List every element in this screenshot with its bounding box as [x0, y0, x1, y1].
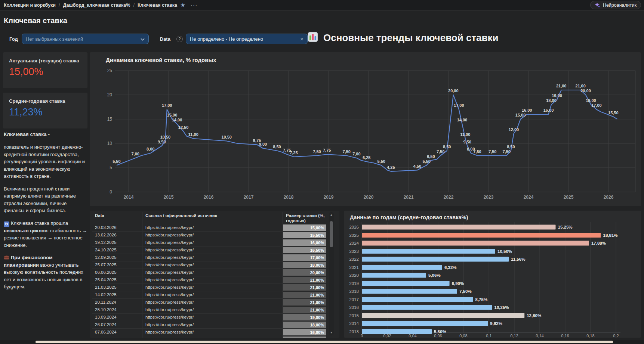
svg-text:12,50: 12,50	[178, 125, 189, 130]
favorite-star-icon[interactable]: ★	[180, 2, 185, 8]
source-link[interactable]: https://cbr.ru/press/keypr/	[142, 329, 283, 336]
svg-text:7,50: 7,50	[342, 149, 350, 154]
svg-text:14,00: 14,00	[457, 118, 468, 122]
filter-bar: Год Нет выбранных значений Data ? Не опр…	[9, 34, 308, 44]
table-scrollbar[interactable]: ▲ ▼	[329, 212, 334, 335]
scroll-down-icon[interactable]: ▼	[329, 331, 334, 334]
data-range-input[interactable]: Не определено - Не определено ×	[186, 34, 308, 44]
svg-text:7,50: 7,50	[502, 149, 510, 154]
breadcrumb-item[interactable]: Коллекции и воркбуки	[4, 3, 56, 8]
svg-text:2021: 2021	[404, 195, 414, 200]
line-chart-title: Динамика ключевой ставки, % годовых	[106, 57, 216, 63]
current-rate-card: Актуальная (текущая) ставка 15,00%	[3, 52, 87, 88]
table-row: 20.11.2024https://cbr.ru/press/keypr/21,…	[92, 299, 326, 306]
svg-text:9,92%: 9,92%	[490, 321, 502, 326]
year-select[interactable]: Нет выбранных значений	[22, 34, 149, 44]
svg-text:8,50: 8,50	[273, 145, 281, 149]
svg-text:2026: 2026	[604, 195, 614, 200]
description-paragraph: показатель и инструмент денежно-кредитно…	[4, 143, 88, 180]
svg-text:2024: 2024	[349, 241, 359, 245]
column-header-source[interactable]: Ссылка / официальный источник	[142, 212, 283, 224]
horizontal-scrollbar-thumb[interactable]	[36, 341, 613, 343]
column-header-date[interactable]: Data	[92, 212, 142, 224]
column-header-rate[interactable]: Размер ставки (%, годовых)	[283, 212, 326, 224]
source-link[interactable]: https://cbr.ru/press/keypr/	[142, 299, 283, 306]
svg-text:25: 25	[107, 68, 113, 73]
source-link[interactable]: https://cbr.ru/press/keypr/	[142, 232, 283, 239]
source-link[interactable]: https://cbr.ru/press/keypr/	[142, 321, 283, 328]
breadcrumb-separator: /	[133, 3, 134, 8]
source-link[interactable]: https://cbr.ru/press/keypr/	[142, 306, 283, 313]
table-row: 24.10.2025https://cbr.ru/press/keypr/16,…	[92, 247, 326, 254]
clear-icon[interactable]: ×	[300, 36, 303, 42]
breadcrumb-item[interactable]: Ключевая ставка	[138, 3, 177, 8]
scrollbar-thumb[interactable]	[330, 221, 333, 247]
date-cell: 21.03.2025	[92, 284, 142, 291]
more-menu-icon[interactable]: ···	[191, 2, 198, 8]
scroll-up-icon[interactable]: ▲	[329, 213, 334, 217]
svg-text:11,00: 11,00	[460, 132, 470, 137]
source-link[interactable]: https://cbr.ru/press/keypr/	[142, 239, 283, 246]
help-icon[interactable]: ?	[176, 36, 183, 42]
svg-text:2022: 2022	[349, 257, 359, 261]
rate-cell: 21,00%	[283, 299, 326, 306]
source-link[interactable]: https://cbr.ru/press/keypr/	[142, 284, 283, 291]
svg-text:17,00: 17,00	[454, 103, 464, 108]
description-paragraph: ↻Ключевая ставка прошла несколько циклов…	[4, 220, 88, 249]
average-rate-label: Средне-годовая ставка	[9, 98, 81, 104]
svg-text:8,50: 8,50	[443, 145, 451, 149]
neuro-analyst-button[interactable]: Нейроаналитик	[590, 1, 641, 9]
svg-text:5,50: 5,50	[422, 159, 430, 164]
line-chart: 0510152025201420152016201720182019202020…	[90, 52, 641, 208]
table-row: 25.10.2024https://cbr.ru/press/keypr/21,…	[92, 306, 326, 314]
svg-text:18,81%: 18,81%	[603, 233, 618, 238]
rate-cell: 18,00%	[283, 321, 326, 328]
source-link[interactable]: https://cbr.ru/press/keypr/	[142, 269, 283, 276]
svg-text:0,18: 0,18	[586, 334, 594, 338]
table-row: 26.07.2024https://cbr.ru/press/keypr/18,…	[92, 321, 326, 329]
description-paragraph: Величина процентной ставки напрямую влия…	[4, 185, 88, 214]
top-bar: Коллекции и воркбуки/Дашборд_ключевая ст…	[0, 0, 644, 10]
svg-text:8,00: 8,00	[147, 147, 154, 151]
svg-text:2016: 2016	[204, 195, 214, 200]
svg-text:0,12: 0,12	[510, 334, 518, 338]
rate-cell: 21,00%	[283, 276, 326, 283]
date-cell: 13.09.2024	[92, 314, 142, 321]
source-link[interactable]: https://cbr.ru/press/keypr/	[142, 276, 283, 283]
source-link[interactable]: https://cbr.ru/press/keypr/	[142, 314, 283, 321]
table-row: 12.09.2025https://cbr.ru/press/keypr/17,…	[92, 254, 326, 261]
source-link[interactable]: https://cbr.ru/press/keypr/	[142, 291, 283, 298]
svg-text:18,00: 18,00	[546, 98, 557, 103]
date-cell: 14.02.2025	[92, 291, 142, 298]
table-row: 13.02.2026https://cbr.ru/press/keypr/15,…	[92, 232, 326, 239]
svg-text:9,00: 9,00	[259, 142, 267, 146]
horizontal-scrollbar[interactable]	[0, 340, 644, 344]
source-link[interactable]: https://cbr.ru/press/keypr/	[142, 254, 283, 261]
svg-text:21,00: 21,00	[556, 84, 567, 88]
data-filter-label: Data	[160, 36, 170, 42]
svg-text:2022: 2022	[444, 195, 454, 200]
source-link[interactable]: https://cbr.ru/press/keypr/	[142, 247, 283, 254]
breadcrumb-item[interactable]: Дашборд_ключевая ставка%	[63, 3, 130, 8]
description-paragraph: При финансовом планировании важно учитыв…	[4, 254, 88, 291]
table-row: 19.12.2025https://cbr.ru/press/keypr/16,…	[92, 239, 326, 247]
rate-cell: 17,00%	[283, 254, 326, 261]
svg-text:5,50: 5,50	[377, 159, 385, 164]
rate-cell: 21,00%	[283, 284, 326, 291]
svg-text:7,00: 7,00	[131, 152, 139, 156]
svg-text:17,00: 17,00	[162, 103, 172, 108]
average-rate-value: 11,23%	[9, 106, 81, 118]
rate-cell: 19,00%	[283, 314, 326, 321]
section-header: Основные тренды ключевой ставки	[307, 31, 499, 44]
date-cell: 24.10.2025	[92, 247, 142, 254]
svg-text:2023: 2023	[484, 195, 494, 200]
source-link[interactable]: https://cbr.ru/press/keypr/	[142, 261, 283, 269]
source-link[interactable]: https://cbr.ru/press/keypr/	[142, 336, 283, 338]
svg-text:14,00: 14,00	[172, 118, 182, 122]
current-rate-label: Актуальная (текущая) ставка	[9, 58, 81, 63]
source-link[interactable]: https://cbr.ru/press/keypr/	[142, 224, 283, 231]
svg-text:4,25: 4,25	[387, 165, 395, 170]
data-range-value: Не определено - Не определено	[190, 36, 263, 42]
svg-text:2025: 2025	[349, 233, 359, 238]
svg-text:12,00: 12,00	[509, 127, 519, 132]
